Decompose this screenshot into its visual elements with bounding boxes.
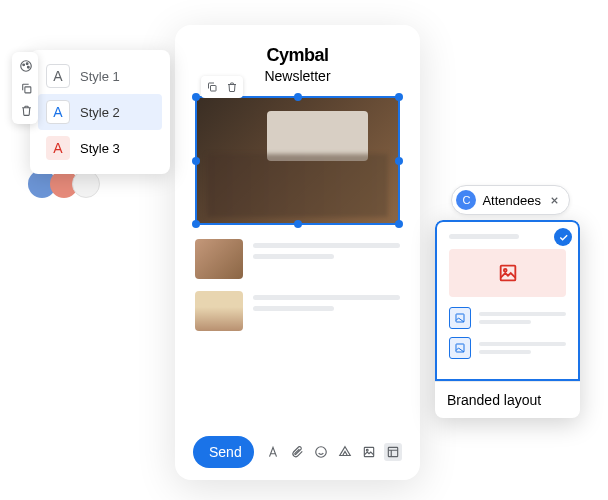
layout-label: Branded layout: [435, 381, 580, 418]
layout-icon[interactable]: [384, 443, 402, 461]
copy-icon[interactable]: [203, 78, 221, 96]
selected-image-block[interactable]: [195, 96, 400, 225]
article-thumbnail: [195, 291, 243, 331]
layout-card[interactable]: Branded layout: [435, 220, 580, 418]
preview-line: [479, 350, 531, 354]
preview-row: [449, 337, 566, 359]
text-placeholder: [253, 291, 400, 331]
resize-handle[interactable]: [395, 157, 403, 165]
newsletter-editor: Cymbal Newsletter: [175, 25, 420, 480]
preview-placeholder: [479, 307, 566, 329]
svg-point-11: [503, 269, 506, 272]
svg-rect-9: [388, 447, 397, 456]
color-swatches: [28, 170, 100, 198]
chip-label: Attendees: [482, 193, 541, 208]
preview-row: [449, 307, 566, 329]
text-line: [253, 243, 400, 248]
style-option-1[interactable]: A Style 1: [38, 58, 162, 94]
resize-handle[interactable]: [294, 220, 302, 228]
preview-line: [479, 320, 531, 324]
style-label: Style 3: [80, 141, 120, 156]
drive-icon[interactable]: [336, 443, 354, 461]
svg-rect-10: [500, 266, 515, 281]
resize-handle[interactable]: [395, 93, 403, 101]
image-icon: [449, 337, 471, 359]
style-swatch-letter: A: [46, 64, 70, 88]
brand-title: Cymbal: [195, 45, 400, 66]
text-placeholder: [253, 239, 400, 279]
send-button[interactable]: Send: [193, 436, 254, 468]
style-picker: A Style 1 A Style 2 A Style 3: [30, 50, 170, 174]
svg-point-6: [316, 447, 327, 458]
image-icon[interactable]: [360, 443, 378, 461]
chip-avatar: C: [456, 190, 476, 210]
context-toolbar: [12, 52, 38, 124]
resize-handle[interactable]: [192, 220, 200, 228]
text-format-icon[interactable]: [264, 443, 282, 461]
svg-point-1: [23, 64, 25, 66]
preview-line: [479, 342, 566, 346]
preview-placeholder: [449, 234, 519, 239]
style-label: Style 2: [80, 105, 120, 120]
svg-rect-7: [364, 447, 373, 456]
style-label: Style 1: [80, 69, 120, 84]
delete-icon[interactable]: [16, 100, 36, 120]
svg-point-8: [366, 449, 368, 451]
resize-handle[interactable]: [192, 157, 200, 165]
style-option-3[interactable]: A Style 3: [38, 130, 162, 166]
send-button-group: Send: [193, 436, 254, 468]
check-icon: [554, 228, 572, 246]
palette-icon[interactable]: [16, 56, 36, 76]
article-thumbnail: [195, 239, 243, 279]
hero-image: [197, 98, 398, 223]
copy-icon[interactable]: [16, 78, 36, 98]
style-swatch-letter: A: [46, 100, 70, 124]
layout-preview: [435, 220, 580, 381]
preview-placeholder: [479, 337, 566, 359]
resize-handle[interactable]: [192, 93, 200, 101]
format-icons: [264, 443, 402, 461]
preview-line: [479, 312, 566, 316]
close-icon[interactable]: [547, 193, 561, 207]
list-item[interactable]: [195, 291, 400, 331]
preview-hero: [449, 249, 566, 297]
resize-handle[interactable]: [294, 93, 302, 101]
text-line: [253, 254, 334, 259]
svg-point-0: [21, 61, 32, 72]
emoji-icon[interactable]: [312, 443, 330, 461]
svg-rect-5: [211, 86, 217, 92]
style-swatch-letter: A: [46, 136, 70, 160]
svg-point-2: [26, 63, 28, 65]
text-line: [253, 306, 334, 311]
resize-handle[interactable]: [395, 220, 403, 228]
text-line: [253, 295, 400, 300]
svg-point-3: [27, 66, 29, 68]
color-swatch-white[interactable]: [72, 170, 100, 198]
attachment-icon[interactable]: [288, 443, 306, 461]
style-option-2[interactable]: A Style 2: [38, 94, 162, 130]
list-item[interactable]: [195, 239, 400, 279]
image-icon: [497, 262, 519, 284]
compose-toolbar: Send: [193, 436, 402, 468]
delete-icon[interactable]: [223, 78, 241, 96]
selection-toolbar: [201, 76, 243, 98]
attendees-chip[interactable]: C Attendees: [451, 185, 570, 215]
image-icon: [449, 307, 471, 329]
svg-rect-4: [24, 86, 30, 92]
